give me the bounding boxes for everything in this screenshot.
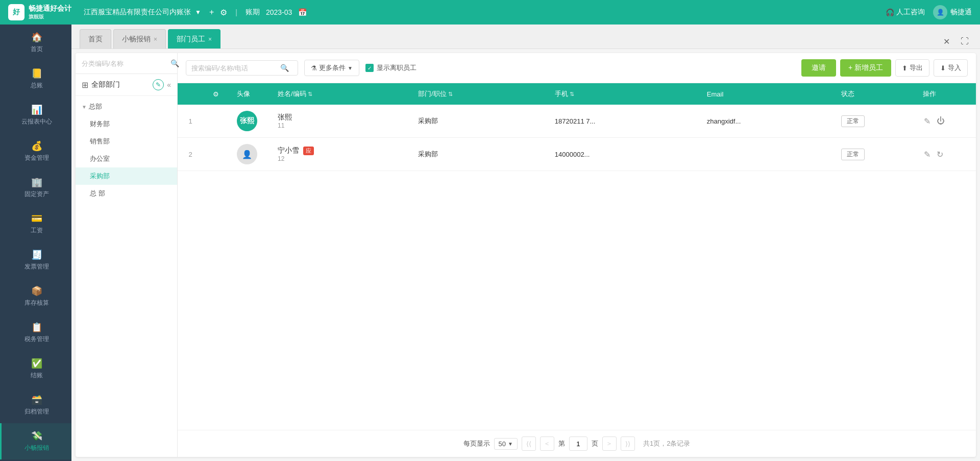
tab-dept-emp[interactable]: 部门员工 × [168, 29, 220, 48]
add-icon[interactable]: + [209, 8, 214, 17]
per-page-value: 50 [499, 440, 506, 448]
tab-expense[interactable]: 小畅报销 × [113, 29, 166, 48]
filter-button[interactable]: ⚗ 更多条件 ▼ [304, 60, 359, 76]
tab-dept-emp-close[interactable]: × [208, 36, 212, 43]
dept-item-purchase[interactable]: 采购部 [76, 167, 177, 185]
logout-button-1[interactable]: ⏻ [936, 115, 946, 127]
total-info: 共1页，2条记录 [643, 439, 690, 448]
employee-table-container: ⚙ 头像 姓名/编码 ⇅ 部门/职位 ⇅ [178, 83, 976, 430]
sidebar-label-funds: 资金管理 [24, 154, 49, 162]
toolbar-right: 邀请 + 新增员工 ⬆ 导出 ⬇ 导入 [801, 59, 968, 77]
salary-icon: 💳 [31, 213, 42, 224]
sidebar-item-archive[interactable]: 🗃️ 归档管理 [0, 387, 71, 423]
inventory-icon: 📦 [31, 285, 42, 297]
export-button[interactable]: ⬆ 导出 [895, 59, 929, 77]
tab-expense-close[interactable]: × [154, 36, 157, 43]
tab-home[interactable]: 首页 [80, 29, 111, 48]
home-icon: 🏠 [31, 32, 42, 43]
sidebar-label-tax: 税务管理 [24, 335, 49, 344]
dept-group-header-general[interactable]: ▼ 总部 [76, 98, 177, 115]
sidebar-item-ledger[interactable]: 📒 总账 [0, 61, 71, 97]
col-settings[interactable]: ⚙ [203, 83, 229, 105]
sidebar-item-reports[interactable]: 📊 云报表中心 [0, 97, 71, 133]
first-page-button[interactable]: ⟨⟨ [522, 436, 536, 451]
row-index-2: 2 [178, 138, 203, 171]
logo-area[interactable]: 好 畅捷通好会计 旗舰版 [8, 4, 80, 20]
dept-search-input[interactable] [82, 60, 167, 67]
avatar-zhang: 张熙 [237, 111, 257, 131]
closing-icon: ✅ [31, 358, 42, 369]
sidebar-item-closing[interactable]: ✅ 结账 [0, 351, 71, 387]
sidebar-item-expense[interactable]: 💸 小畅报销 [0, 423, 71, 459]
calendar-icon[interactable]: 📅 [298, 8, 307, 16]
col-dept-position[interactable]: 部门/职位 ⇅ [410, 83, 547, 105]
dept-item-label-sales: 销售部 [90, 137, 110, 145]
dept-collapse-button[interactable]: « [167, 81, 171, 89]
row-name-2: 宁小雪 应 12 [270, 138, 410, 171]
main-layout: 🏠 首页 📒 总账 📊 云报表中心 💰 资金管理 🏢 固定资产 💳 工资 🧾 发… [0, 25, 980, 461]
expense-icon: 💸 [31, 430, 42, 442]
dropdown-icon[interactable]: ▼ [195, 9, 201, 16]
header-right: 🎧 人工咨询 👤 畅捷通 [886, 5, 972, 19]
prev-page-button[interactable]: ＜ [540, 436, 554, 451]
import-label: 导入 [948, 63, 961, 72]
last-page-button[interactable]: ⟩⟩ [621, 436, 635, 451]
tab-close-all-button[interactable]: ✕ [939, 34, 953, 48]
sort-name-icon: ⇅ [308, 91, 312, 97]
edit-button-1[interactable]: ✎ [923, 115, 932, 127]
sidebar-label-expense: 小畅报销 [24, 444, 49, 452]
sidebar-item-tax[interactable]: 📋 税务管理 [0, 314, 71, 351]
page-number-input[interactable] [569, 436, 587, 451]
add-employee-button[interactable]: + 新增员工 [840, 59, 891, 77]
employee-search-box: 🔍 [186, 60, 298, 76]
refresh-button-2[interactable]: ↻ [936, 149, 944, 160]
period-label: 账期 [246, 8, 260, 17]
sidebar-item-home[interactable]: 🏠 首页 [0, 25, 71, 61]
dept-arrow-icon: ▼ [82, 104, 87, 110]
row-status-1: 正常 [833, 105, 915, 138]
dept-item-office[interactable]: 办公室 [76, 150, 177, 167]
sidebar-item-invoice[interactable]: 🧾 发票管理 [0, 242, 71, 278]
col-status: 状态 [833, 83, 915, 105]
next-page-button[interactable]: ＞ [602, 436, 617, 451]
sidebar-item-assets[interactable]: 🏢 固定资产 [0, 169, 71, 206]
dept-item-general[interactable]: 总 部 [76, 185, 177, 202]
filter-label: 更多条件 [319, 63, 346, 72]
user-menu[interactable]: 👤 畅捷通 [933, 5, 972, 19]
dept-item-finance[interactable]: 财务部 [76, 115, 177, 133]
emp-toolbar: 🔍 ⚗ 更多条件 ▼ ✓ 显示离职员工 邀请 + 新增员工 [178, 53, 976, 83]
sidebar-item-funds[interactable]: 💰 资金管理 [0, 133, 71, 169]
settings-icon[interactable]: ⚙ [220, 8, 227, 17]
show-resigned-toggle[interactable]: ✓ 显示离职员工 [365, 63, 416, 72]
import-button[interactable]: ⬇ 导入 [934, 59, 968, 77]
employee-panel: 🔍 ⚗ 更多条件 ▼ ✓ 显示离职员工 邀请 + 新增员工 [178, 53, 976, 457]
sidebar-label-salary: 工资 [31, 226, 43, 235]
all-dept-label: 全部部门 [91, 80, 150, 89]
row-dept-1: 采购部 [410, 105, 547, 138]
filter-icon: ⚗ [311, 64, 317, 72]
period-value: 2023-03 [266, 8, 292, 16]
show-resigned-checkbox[interactable]: ✓ [365, 64, 374, 72]
invite-button[interactable]: 邀请 [801, 59, 836, 77]
sidebar-label-assets: 固定资产 [24, 190, 49, 199]
col-phone[interactable]: 手机 ⇅ [547, 83, 699, 105]
dept-group-general: ▼ 总部 财务部 销售部 办公室 采购部 [76, 98, 177, 202]
sidebar-item-salary[interactable]: 💳 工资 [0, 206, 71, 242]
tab-maximize-button[interactable]: ⛶ [958, 34, 972, 48]
col-name-code[interactable]: 姓名/编码 ⇅ [270, 83, 410, 105]
service-button[interactable]: 🎧 人工咨询 [886, 8, 925, 17]
per-page-select[interactable]: 50 ▼ [494, 438, 518, 450]
header-company[interactable]: 江西服宝精品有限责任公司内账张 ▼ + ⚙ | 账期 2023-03 📅 [84, 8, 307, 17]
headset-icon: 🎧 [886, 8, 894, 16]
page-content: 🔍 ⊞ 全部部门 ✎ « ▼ 总部 财务部 [76, 53, 976, 457]
dept-edit-button[interactable]: ✎ [153, 79, 164, 90]
edit-button-2[interactable]: ✎ [923, 149, 932, 160]
sidebar-item-inventory[interactable]: 📦 库存核算 [0, 278, 71, 314]
content-area: 首页 小畅报销 × 部门员工 × ✕ ⛶ 🔍 [71, 25, 980, 461]
employee-search-input[interactable] [191, 64, 277, 72]
dept-item-sales[interactable]: 销售部 [76, 133, 177, 150]
tab-expense-label: 小畅报销 [122, 35, 151, 44]
row-dept-2: 采购部 [410, 138, 547, 171]
search-emp-icon[interactable]: 🔍 [280, 64, 289, 72]
row-settings-2 [203, 138, 229, 171]
